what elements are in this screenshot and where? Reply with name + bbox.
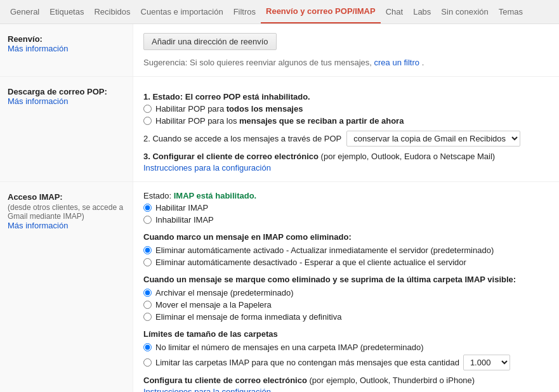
imap-config-paren: (por ejemplo, Outlook, Thunderbird o iPh… (310, 376, 475, 385)
imap-auto-del-off-radio[interactable] (143, 258, 152, 266)
imap-section: Acceso IMAP: (desde otros clientes, se a… (0, 182, 559, 392)
pop-step2-row: 2. Cuando se accede a los mensajes a tra… (143, 131, 549, 147)
reenvio-body: Añadir una dirección de reenvío Sugerenc… (133, 24, 559, 76)
suggest-suffix: . (422, 58, 424, 67)
nav-recibidos[interactable]: Recibidos (89, 1, 135, 23)
nav-labs[interactable]: Labs (408, 1, 436, 23)
imap-disable-label[interactable]: Inhabilitar IMAP (155, 215, 214, 225)
imap-body: Estado: IMAP está habilitado. Habilitar … (133, 182, 559, 392)
imap-enable-radio[interactable] (143, 204, 152, 212)
pop-step1-text: 1. Estado: El correo POP está inhabilita… (143, 92, 310, 101)
pop-step2-select[interactable]: conservar la copia de Gmail en Recibidos… (346, 131, 520, 147)
imap-config-block: Configura tu cliente de correo electróni… (143, 376, 549, 392)
imap-status-row: Estado: IMAP está habilitado. (143, 191, 549, 200)
pop-radio1-label[interactable]: Habilitar POP para todos los mensajes (155, 104, 303, 114)
reenvio-mas-info[interactable]: Más información (8, 44, 68, 53)
add-reenvio-button[interactable]: Añadir una dirección de reenvío (143, 33, 277, 50)
imap-auto-del-on-radio[interactable] (143, 246, 152, 254)
imap-deleted-title: Cuando marco un mensaje en IMAP como eli… (143, 232, 549, 242)
nav-temas[interactable]: Temas (494, 1, 528, 23)
pop-body: 1. Estado: El correo POP está inhabilita… (133, 77, 559, 181)
nav-etiquetas[interactable]: Etiquetas (44, 1, 89, 23)
imap-sup-r3-row: Eliminar el mensaje de forma inmediata y… (143, 312, 549, 322)
nav-chat[interactable]: Chat (381, 1, 408, 23)
imap-disable-row: Inhabilitar IMAP (143, 215, 549, 225)
reenvio-section: Reenvío: Más información Añadir una dire… (0, 24, 559, 77)
imap-mas-info[interactable]: Más información (8, 221, 68, 230)
pop-radio2-label[interactable]: Habilitar POP para los mensajes que se r… (155, 116, 404, 126)
imap-lim-r1-label[interactable]: No limitar el número de mensajes en una … (155, 343, 423, 352)
imap-delete-radio[interactable] (143, 313, 152, 321)
imap-disable-radio[interactable] (143, 216, 152, 224)
imap-limit-select[interactable]: 1.000 2.000 5.000 10.000 (463, 355, 510, 370)
top-nav: General Etiquetas Recibidos Cuentas e im… (0, 0, 559, 24)
reenvio-title: Reenvío: (8, 34, 125, 44)
imap-archive-radio[interactable] (143, 289, 152, 297)
imap-no-limit-radio[interactable] (143, 343, 152, 351)
imap-lim-r2-label[interactable]: Limitar las carpetas IMAP para que no co… (155, 358, 459, 367)
nav-reenvio[interactable]: Reenvío y correo POP/IMAP (261, 0, 381, 23)
pop-mas-info[interactable]: Más información (8, 96, 68, 106)
pop-step2-label: 2. Cuando se accede a los mensajes a tra… (143, 134, 341, 143)
pop-title: Descarga de correo POP: (8, 87, 125, 96)
imap-lim-r2-row: Limitar las carpetas IMAP para que no co… (143, 355, 549, 370)
pop-step1: 1. Estado: El correo POP está inhabilita… (143, 92, 549, 101)
imap-del-r2-label[interactable]: Eliminar automáticamente desactivado - E… (155, 258, 466, 267)
pop-config-link[interactable]: Instrucciones para la configuración (143, 163, 549, 173)
pop-from-now-radio[interactable] (143, 117, 152, 125)
nav-general[interactable]: General (5, 1, 44, 23)
imap-del-r1-label[interactable]: Eliminar automáticamente activado - Actu… (155, 245, 494, 255)
crear-filtro-link[interactable]: crea un filtro (374, 58, 420, 67)
imap-del-r1-row: Eliminar automáticamente activado - Actu… (143, 245, 549, 255)
imap-subtitle: (desde otros clientes, se accede a Gmail… (8, 203, 125, 221)
imap-lim-r1-row: No limitar el número de mensajes en una … (143, 343, 549, 352)
imap-trash-radio[interactable] (143, 301, 152, 309)
imap-sup-r1-label[interactable]: Archivar el mensaje (predeterminado) (155, 288, 293, 297)
imap-label: Acceso IMAP: (desde otros clientes, se a… (0, 182, 133, 392)
imap-sup-r2-label[interactable]: Mover el mensaje a la Papelera (155, 300, 272, 310)
pop-radio2-row: Habilitar POP para los mensajes que se r… (143, 116, 549, 126)
imap-title: Acceso IMAP: (8, 192, 125, 202)
reenvio-suggest: Sugerencia: Si solo quieres reenviar alg… (143, 58, 549, 67)
pop-radio1-row: Habilitar POP para todos los mensajes (143, 104, 549, 114)
imap-config-link[interactable]: Instrucciones para la configuración (143, 387, 549, 392)
nav-cuentas[interactable]: Cuentas e importación (136, 1, 228, 23)
pop-all-radio[interactable] (143, 105, 152, 113)
imap-limits-title: Límites de tamaño de las carpetas (143, 329, 549, 339)
imap-sup-r3-label[interactable]: Eliminar el mensaje de forma inmediata y… (155, 312, 341, 322)
pop-section: Descarga de correo POP: Más información … (0, 77, 559, 182)
imap-suppress-title: Cuando un mensaje se marque como elimina… (143, 275, 549, 284)
pop-step3-label: 3. Configurar el cliente de correo elect… (143, 152, 495, 161)
imap-config-label: Configura tu cliente de correo electróni… (143, 376, 475, 385)
reenvio-label: Reenvío: Más información (0, 24, 133, 76)
main-content: Reenvío: Más información Añadir una dire… (0, 24, 559, 392)
imap-status-prefix: Estado: (143, 191, 174, 200)
imap-sup-r2-row: Mover el mensaje a la Papelera (143, 300, 549, 310)
imap-del-r2-row: Eliminar automáticamente desactivado - E… (143, 258, 549, 267)
imap-enable-label[interactable]: Habilitar IMAP (155, 203, 208, 212)
imap-sup-r1-row: Archivar el mensaje (predeterminado) (143, 288, 549, 297)
imap-enable-row: Habilitar IMAP (143, 203, 549, 212)
nav-sinconexion[interactable]: Sin conexión (436, 1, 493, 23)
imap-limit-count-radio[interactable] (143, 358, 152, 367)
pop-step3: 3. Configurar el cliente de correo elect… (143, 152, 549, 173)
suggest-prefix: Sugerencia: Si solo quieres reenviar alg… (143, 58, 372, 67)
nav-filtros[interactable]: Filtros (228, 1, 261, 23)
imap-status-text: IMAP está habilitado. (174, 191, 257, 200)
pop-label: Descarga de correo POP: Más información (0, 77, 133, 181)
